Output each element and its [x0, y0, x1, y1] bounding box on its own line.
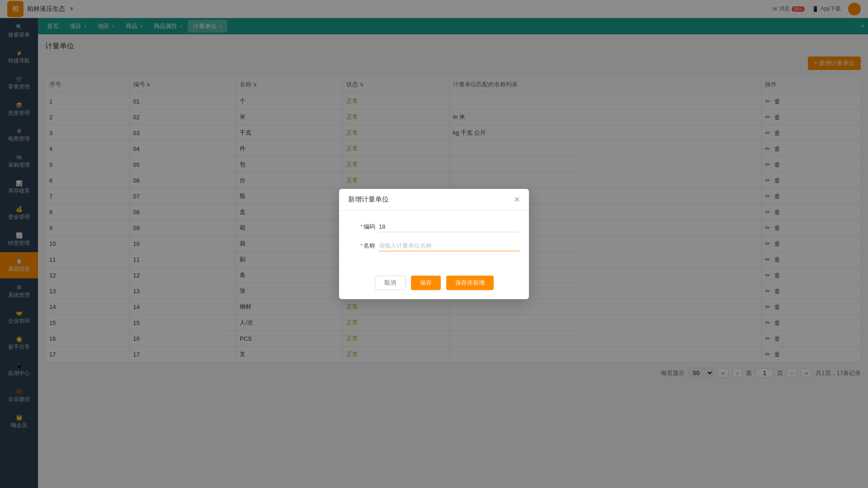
- modal-close-button[interactable]: ✕: [514, 195, 520, 204]
- form-row-code: *编码: [348, 221, 520, 232]
- code-input[interactable]: [379, 221, 520, 232]
- cancel-button[interactable]: 取消: [375, 276, 406, 290]
- code-label: *编码: [348, 223, 375, 231]
- name-input[interactable]: [379, 240, 520, 251]
- save-button[interactable]: 保存: [411, 276, 441, 290]
- name-label: *名称: [348, 242, 375, 250]
- required-mark-code: *: [360, 223, 363, 230]
- form-row-name: *名称: [348, 240, 520, 251]
- modal-overlay[interactable]: 新增计量单位 ✕ *编码 *名称 取消 保存 保存并新增: [0, 0, 868, 488]
- modal-body: *编码 *名称: [339, 211, 529, 270]
- modal-footer: 取消 保存 保存并新增: [339, 270, 529, 299]
- required-mark-name: *: [360, 242, 363, 249]
- modal-header: 新增计量单位 ✕: [339, 189, 529, 211]
- save-and-new-button[interactable]: 保存并新增: [446, 276, 494, 290]
- add-unit-modal: 新增计量单位 ✕ *编码 *名称 取消 保存 保存并新增: [339, 189, 529, 299]
- modal-title: 新增计量单位: [348, 195, 389, 204]
